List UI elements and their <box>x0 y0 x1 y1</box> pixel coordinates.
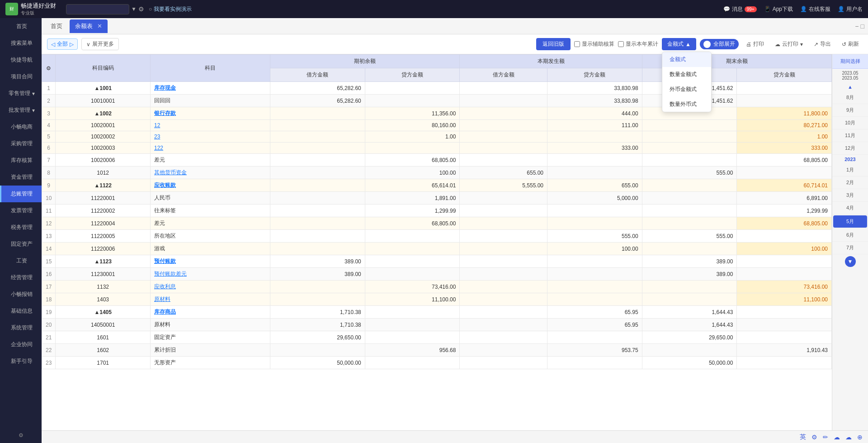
table-row[interactable]: 19▲1405库存商品1,710.3865.951,644.43 <box>42 306 832 319</box>
table-row[interactable]: 81012其他货币资金100.00655.00555.00 <box>42 167 832 179</box>
format-option-amount[interactable]: 金额式 <box>662 52 711 67</box>
account-name[interactable]: 应收利息 <box>151 281 270 293</box>
tab-balance[interactable]: 余额表 ✕ <box>70 19 108 33</box>
dropdown-top-arrow[interactable]: ▼ <box>131 6 137 12</box>
month-apr[interactable]: 4月 <box>832 202 868 214</box>
table-row[interactable]: 4100200011280,160.00111.0080,271.00 <box>42 120 832 131</box>
format-option-quantity-amount[interactable]: 数量金额式 <box>662 67 711 82</box>
month-mar[interactable]: 3月 <box>832 189 868 202</box>
bottom-cloud2-icon[interactable]: ☁ <box>845 433 852 441</box>
format-option-foreign-amount[interactable]: 外币金额式 <box>662 82 711 97</box>
tab-home[interactable]: 首页 <box>45 19 68 33</box>
sidebar-item-invoice[interactable]: 发票管理 <box>0 202 42 219</box>
month-may[interactable]: 5月 <box>833 215 867 228</box>
sidebar-item-cooperation[interactable]: 企业协同 <box>0 336 42 353</box>
sidebar-item-expense[interactable]: 小畅报销 <box>0 286 42 303</box>
table-row[interactable]: 221602累计折旧956.68953.751,910.43 <box>42 344 832 357</box>
tab-minimize-btn[interactable]: − <box>855 23 859 30</box>
sidebar-item-wholesale[interactable]: 批发管理 ▾ <box>0 102 42 119</box>
table-row[interactable]: 1211220004差元68,805.0068,805.00 <box>42 217 832 230</box>
lang-icon[interactable]: 英 <box>800 433 806 441</box>
account-name[interactable]: 原材料 <box>151 293 270 306</box>
account-name[interactable]: 预付账款差元 <box>151 268 270 281</box>
show-year-checkbox[interactable]: 显示本年累计 <box>618 40 658 48</box>
sidebar-item-project[interactable]: 项目合同 <box>0 68 42 85</box>
bottom-cloud1-icon[interactable]: ☁ <box>834 433 840 441</box>
sidebar-item-ecommerce[interactable]: 小畅电商 <box>0 119 42 135</box>
bottom-edit-icon[interactable]: ✏ <box>823 433 828 441</box>
sidebar-item-search[interactable]: 搜索菜单 <box>0 35 42 52</box>
sidebar-item-home[interactable]: 首页 <box>0 18 42 35</box>
month-oct[interactable]: 10月 <box>832 117 868 129</box>
sidebar-item-payroll[interactable]: 工资 <box>0 252 42 269</box>
show-aux-checkbox[interactable]: 显示辅助核算 <box>574 40 614 48</box>
prev-year-btn[interactable]: ▲ <box>832 82 868 91</box>
app-download-btn[interactable]: 📱 App下载 <box>764 5 793 13</box>
user-avatar[interactable]: 👤 用户名 <box>838 5 863 13</box>
table-row[interactable]: 15▲1123预付账款389.00389.00 <box>42 255 832 268</box>
account-name[interactable]: 12 <box>151 120 270 131</box>
print-btn[interactable]: 🖨 打印 <box>742 38 768 50</box>
sidebar-item-inventory[interactable]: 库存核算 <box>0 152 42 169</box>
month-feb[interactable]: 2月 <box>832 176 868 189</box>
sidebar-item-operations[interactable]: 经营管理 <box>0 269 42 286</box>
format-option-quantity-foreign[interactable]: 数量外币式 <box>662 97 711 112</box>
settings-gear-icon[interactable]: ⚙ <box>138 5 144 13</box>
sidebar-item-retail[interactable]: 零售管理 ▾ <box>0 85 42 102</box>
show-aux-input[interactable] <box>574 41 580 47</box>
sidebar-item-purchase[interactable]: 采购管理 <box>0 135 42 152</box>
online-service-btn[interactable]: 👤 在线客服 <box>800 5 830 13</box>
month-jan[interactable]: 1月 <box>832 164 868 176</box>
show-year-input[interactable] <box>618 41 624 47</box>
sidebar-item-funds[interactable]: 资金管理 <box>0 169 42 186</box>
month-dec[interactable]: 12月 <box>832 142 868 155</box>
next-year-btn[interactable]: ▼ <box>832 254 868 269</box>
expand-all-toggle[interactable]: 全部展开 <box>700 39 739 49</box>
format-dropdown-btn[interactable]: 金额式 ▲ 金额式 数量金额式 外币金额式 数量外币式 <box>662 38 696 50</box>
table-row[interactable]: 211601固定资产29,650.0029,650.00 <box>42 331 832 344</box>
down-circle-icon[interactable]: ▼ <box>845 256 856 267</box>
bottom-add-icon[interactable]: ⊕ <box>857 433 863 441</box>
table-row[interactable]: 210010001回回回65,282.6033,830.9831,451.62 <box>42 95 832 107</box>
col-settings[interactable]: ⚙ <box>42 55 56 82</box>
sidebar-item-assets[interactable]: 固定资产 <box>0 236 42 252</box>
sidebar-item-guide[interactable]: 新手引导 <box>0 353 42 370</box>
table-row[interactable]: 1411220006游戏100.00100.00 <box>42 243 832 255</box>
account-name[interactable]: 122 <box>151 143 270 154</box>
tab-close-icon[interactable]: ✕ <box>97 23 102 29</box>
sidebar-item-nav[interactable]: 快捷导航 <box>0 52 42 68</box>
table-row[interactable]: 2014050001原材料1,710.3865.951,644.43 <box>42 319 832 331</box>
search-top-input[interactable] <box>66 4 129 14</box>
return-old-btn[interactable]: 返回旧版 <box>536 38 571 50</box>
month-aug[interactable]: 8月 <box>832 91 868 104</box>
table-row[interactable]: 231701无形资产50,000.0050,000.00 <box>42 357 832 369</box>
table-row[interactable]: 181403原材料11,100.0011,100.00 <box>42 293 832 306</box>
all-filter-tag[interactable]: ◁ 全部 ▷ <box>47 38 78 50</box>
table-row[interactable]: 1611230001预付账款差元389.00389.00 <box>42 268 832 281</box>
table-row[interactable]: 171132应收利息73,416.0073,416.00 <box>42 281 832 293</box>
table-row[interactable]: 1011220001人民币1,891.005,000.006,891.00 <box>42 192 832 205</box>
month-jul[interactable]: 7月 <box>832 242 868 254</box>
month-jun[interactable]: 6月 <box>832 229 868 242</box>
month-nov[interactable]: 11月 <box>832 129 868 142</box>
message-btn[interactable]: 💬 消息 99+ <box>723 5 757 13</box>
account-name[interactable]: 23 <box>151 131 270 143</box>
table-row[interactable]: 1▲1001库存现金65,282.6033,830.9831,451.62 <box>42 82 832 95</box>
tab-maximize-btn[interactable]: □ <box>861 23 864 30</box>
sidebar-item-tax[interactable]: 税务管理 <box>0 219 42 236</box>
table-row[interactable]: 710020006差元68,805.0068,805.00 <box>42 154 832 167</box>
expand-more-btn[interactable]: ∨ 展开更多 <box>81 38 119 50</box>
sidebar-item-basics[interactable]: 基础信息 <box>0 303 42 319</box>
sidebar-settings-btn[interactable]: ⚙ <box>0 428 42 443</box>
account-name[interactable]: 其他货币资金 <box>151 167 270 179</box>
cloud-print-btn[interactable]: ☁ 云打印 ▾ <box>771 38 807 50</box>
month-sep[interactable]: 9月 <box>832 104 868 117</box>
export-btn[interactable]: ↗ 导出 <box>810 38 835 50</box>
refresh-btn[interactable]: ↺ 刷新 <box>838 38 863 50</box>
table-row[interactable]: 1311220005所在地区555.00555.00 <box>42 230 832 243</box>
table-row[interactable]: 3▲1002银行存款11,356.00444.0011,800.00 <box>42 107 832 120</box>
table-row[interactable]: 9▲1122应收账款65,614.015,555.00655.0060,714.… <box>42 179 832 192</box>
sidebar-item-ledger[interactable]: 总账管理 <box>0 186 42 202</box>
table-row[interactable]: 610020003122333.00333.00 <box>42 143 832 154</box>
bottom-settings-icon[interactable]: ⚙ <box>811 433 817 441</box>
